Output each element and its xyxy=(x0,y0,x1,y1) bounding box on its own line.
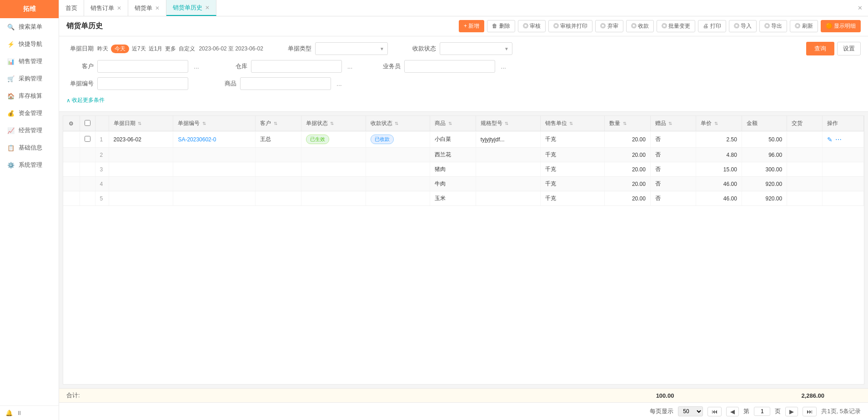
page-number-input[interactable]: 1 xyxy=(754,407,770,416)
audit-print-button[interactable]: ◎ 审核并打印 xyxy=(548,20,592,32)
tab-sales-delivery-close[interactable]: ✕ xyxy=(155,5,160,11)
doc-no-column-header[interactable]: 单据编号 ⇅ xyxy=(173,116,256,131)
sidebar-item-basic-info[interactable]: 📋 基础信息 xyxy=(0,139,59,156)
sidebar-item-quick-nav[interactable]: ⚡ 快捷导航 xyxy=(0,35,59,53)
unit-cell: 千克 xyxy=(540,148,605,162)
tab-sales-order-close[interactable]: ✕ xyxy=(117,5,121,11)
gear-column-header[interactable]: ⚙ xyxy=(63,116,80,131)
doctype-select-wrapper xyxy=(315,42,388,55)
doc-no-sort-icon: ⇅ xyxy=(202,121,206,126)
query-button[interactable]: 查询 xyxy=(806,42,834,55)
sidebar-item-ops-mgmt[interactable]: 📈 经营管理 xyxy=(0,122,59,139)
shortcut-today[interactable]: 今天 xyxy=(111,45,129,53)
notification-icon[interactable]: 🔔 xyxy=(5,410,13,416)
export-button[interactable]: ◎ 导出 xyxy=(759,20,787,32)
select-all-checkbox[interactable] xyxy=(85,120,90,126)
shortcut-more[interactable]: 更多 xyxy=(165,45,176,53)
add-button[interactable]: + 新增 xyxy=(459,20,484,32)
pay-status-column-header[interactable]: 收款状态 ⇅ xyxy=(366,116,430,131)
docno-input[interactable] xyxy=(97,77,188,90)
index-cell: 2 xyxy=(95,148,109,162)
qty-column-header[interactable]: 数量 ⇅ xyxy=(605,116,650,131)
total-info: 共1页, 5条记录 xyxy=(821,407,861,415)
unit-price-column-header[interactable]: 单价 ⇅ xyxy=(696,116,742,131)
next-page-button[interactable]: ▶ xyxy=(785,407,798,416)
unit-price-cell: 4.80 xyxy=(696,148,742,162)
sidebar-item-sales-mgmt[interactable]: 📊 销售管理 xyxy=(0,53,59,70)
pay-status-badge: 已收款 xyxy=(371,135,394,144)
tab-home[interactable]: 首页 xyxy=(59,0,84,16)
warehouse-input[interactable] xyxy=(251,60,342,73)
unit-column-header[interactable]: 销售单位 ⇅ xyxy=(540,116,605,131)
tab-sales-history-close[interactable]: ✕ xyxy=(205,5,210,11)
sidebar-item-finance-mgmt[interactable]: 💰 资金管理 xyxy=(0,105,59,122)
prev-page-button[interactable]: ◀ xyxy=(726,407,739,416)
shortcut-custom[interactable]: 自定义 xyxy=(179,45,195,53)
index-column-header xyxy=(95,116,109,131)
setting-button[interactable]: 设置 xyxy=(837,42,861,55)
doctype-select[interactable] xyxy=(315,42,388,55)
gift-column-header[interactable]: 赠品 ⇅ xyxy=(650,116,696,131)
action-cell xyxy=(822,148,863,162)
salesperson-input[interactable] xyxy=(404,60,495,73)
import-button[interactable]: ◎ 导入 xyxy=(729,20,757,32)
goods-input[interactable] xyxy=(240,77,331,90)
customer-input[interactable] xyxy=(97,60,188,73)
collapse-button[interactable]: ∧ 收起更多条件 xyxy=(66,95,861,106)
sidebar-item-purchase-mgmt[interactable]: 🛒 采购管理 xyxy=(0,70,59,87)
content-area: 销货单历史 + 新增 🗑 删除 ◎ 审核 ◎ 审核并打印 ◎ 弃审 ◎ 收款 ◎… xyxy=(59,16,868,420)
doc-status-sort-icon: ⇅ xyxy=(330,121,334,126)
tab-close-all[interactable]: ✕ xyxy=(858,5,868,11)
doc-no-cell xyxy=(173,177,256,191)
last-page-button[interactable]: ⏭ xyxy=(803,407,817,416)
collect-button[interactable]: ◎ 收款 xyxy=(626,20,654,32)
pause-icon[interactable]: ⏸ xyxy=(16,410,22,416)
qty-cell: 20.00 xyxy=(605,177,650,191)
amount-cell: 920.00 xyxy=(742,177,787,191)
sidebar-item-inventory[interactable]: 🏠 库存核算 xyxy=(0,87,59,105)
doc-status-cell xyxy=(301,191,366,206)
paystatus-select[interactable] xyxy=(440,42,512,55)
tab-sales-delivery[interactable]: 销货单 ✕ xyxy=(128,0,166,16)
spec-column-header[interactable]: 规格型号 ⇅ xyxy=(476,116,540,131)
doc-date-column-header[interactable]: 单据日期 ⇅ xyxy=(109,116,173,131)
refresh-button[interactable]: ◎ 刷新 xyxy=(790,20,818,32)
goods-column-header[interactable]: 商品 ⇅ xyxy=(430,116,476,131)
unit-price-cell: 15.00 xyxy=(696,162,742,177)
main-content: 首页 销售订单 ✕ 销货单 ✕ 销货单历史 ✕ ✕ 销货单历史 + 新增 🗑 删… xyxy=(59,0,868,420)
row-checkbox[interactable] xyxy=(85,136,90,142)
first-page-button[interactable]: ⏮ xyxy=(707,407,722,416)
customer-column-header[interactable]: 客户 ⇅ xyxy=(256,116,301,131)
filter-salesperson-item: 业务员 ... xyxy=(373,60,506,73)
pay-status-cell xyxy=(366,191,430,206)
amount-cell: 96.00 xyxy=(742,148,787,162)
show-details-button[interactable]: 🟠 显示明细 xyxy=(821,20,861,32)
checkbox-cell xyxy=(80,162,95,177)
sidebar-item-search-menu[interactable]: 🔍 搜索菜单 xyxy=(0,18,59,35)
doc-status-column-header[interactable]: 单据状态 ⇅ xyxy=(301,116,366,131)
doc-no-link[interactable]: SA-20230602-0 xyxy=(178,136,216,143)
action-cell xyxy=(822,191,863,206)
delete-button[interactable]: 🗑 删除 xyxy=(487,20,515,32)
abandon-button[interactable]: ◎ 弃审 xyxy=(595,20,623,32)
tab-sales-order[interactable]: 销售订单 ✕ xyxy=(84,0,128,16)
salesperson-dots[interactable]: ... xyxy=(501,63,506,70)
sidebar-item-sys-mgmt[interactable]: ⚙️ 系统管理 xyxy=(0,156,59,174)
shortcut-1month[interactable]: 近1月 xyxy=(149,45,163,53)
customer-dots[interactable]: ... xyxy=(194,63,199,70)
more-icon[interactable]: ⋯ xyxy=(835,136,842,143)
batch-change-button[interactable]: ◎ 批量变更 xyxy=(657,20,695,32)
tab-sales-history[interactable]: 销货单历史 ✕ xyxy=(166,0,216,16)
shortcut-yesterday[interactable]: 昨天 xyxy=(97,45,108,53)
warehouse-dots[interactable]: ... xyxy=(347,63,353,70)
doc-date-sort-icon: ⇅ xyxy=(138,121,141,126)
shortcut-7days[interactable]: 近7天 xyxy=(132,45,146,53)
audit-button[interactable]: ◎ 审核 xyxy=(518,20,546,32)
sidebar-bottom: 🔔 ⏸ xyxy=(0,405,59,420)
summary-total-qty: 100.00 xyxy=(656,392,674,399)
edit-icon[interactable]: ✎ xyxy=(827,136,833,143)
goods-dots[interactable]: ... xyxy=(336,80,342,87)
per-page-select[interactable]: 50 100 xyxy=(678,406,703,416)
unit-price-label: 单价 xyxy=(701,120,712,126)
print-button[interactable]: 🖨 打印 xyxy=(698,20,726,32)
